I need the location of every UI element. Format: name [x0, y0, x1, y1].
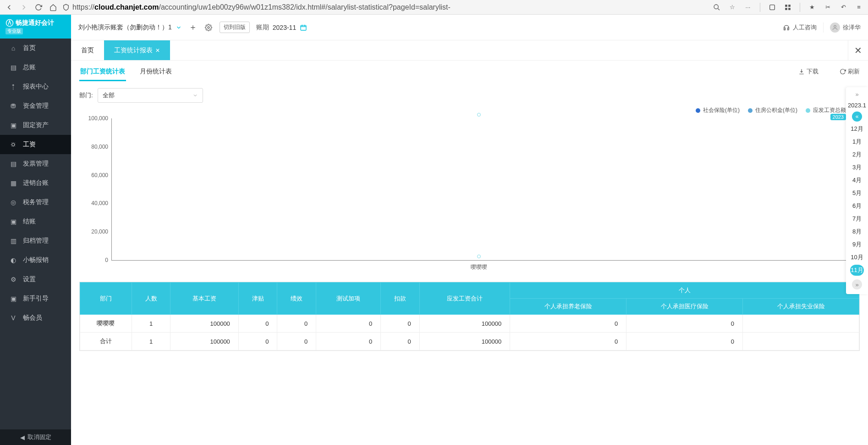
- sidebar-label: 归档管理: [23, 237, 49, 245]
- legend-item[interactable]: 应发工资总额: [806, 106, 846, 114]
- year-badge: 2023: [830, 114, 846, 120]
- ytick: 80,000: [91, 144, 108, 150]
- add-account-button[interactable]: [188, 23, 198, 32]
- ext2-icon[interactable]: [782, 2, 793, 13]
- download-label: 下载: [807, 67, 819, 76]
- legend-dot: [748, 108, 753, 113]
- legend-dot: [696, 108, 700, 113]
- unpin-label: 取消固定: [27, 433, 51, 441]
- cell: 0: [238, 333, 277, 350]
- sidebar-item-guide[interactable]: ▣新手引导: [0, 289, 71, 308]
- forward-button[interactable]: [18, 2, 29, 13]
- month-btn[interactable]: 11月: [850, 265, 864, 276]
- month-btn[interactable]: 6月: [850, 200, 864, 211]
- table-row[interactable]: 嘤嘤嘤 1 100000 0 0 0 0 100000 0 0: [80, 315, 859, 333]
- sidebar-item-member[interactable]: V畅会员: [0, 308, 71, 328]
- month-btn[interactable]: 2月: [850, 149, 864, 160]
- sidebar-unpin[interactable]: ◀取消固定: [0, 429, 71, 445]
- divider: [823, 22, 824, 33]
- download-icon: [798, 68, 805, 75]
- legend-dot: [806, 108, 810, 113]
- month-btn[interactable]: 3月: [850, 162, 864, 173]
- account-selector[interactable]: 刘小艳演示账套（勿删勿动！）1: [78, 23, 182, 32]
- address-bar[interactable]: https://cloud.chanjet.com/accounting/uw1…: [62, 3, 708, 11]
- dept-select[interactable]: 全部: [98, 88, 203, 103]
- ext1-icon[interactable]: [767, 2, 778, 13]
- month-btn[interactable]: 8月: [850, 226, 864, 237]
- account-settings-button[interactable]: [204, 23, 213, 32]
- sidebar-item-tax[interactable]: ◎税务管理: [0, 193, 71, 212]
- refresh-button[interactable]: 刷新: [840, 67, 860, 76]
- rail-up[interactable]: «: [852, 111, 862, 122]
- xtick: 嘤嘤嘤: [471, 263, 487, 271]
- menu-icon[interactable]: ≡: [853, 2, 864, 13]
- tab-salary-report[interactable]: 工资统计报表✕: [104, 40, 170, 60]
- reload-button[interactable]: [33, 2, 44, 13]
- tab-home[interactable]: 首页: [71, 40, 104, 60]
- cell: 0: [626, 333, 743, 350]
- rail-down[interactable]: »: [852, 279, 862, 289]
- cell: 0: [381, 315, 420, 333]
- sidebar-label: 固定资产: [23, 121, 49, 129]
- cell: 合计: [80, 333, 132, 350]
- table-row-total[interactable]: 合计 1 100000 0 0 0 0 100000 0 0: [80, 333, 859, 350]
- sidebar-item-archive[interactable]: ▥归档管理: [0, 231, 71, 250]
- sidebar-item-salary[interactable]: ⛭工资: [0, 135, 71, 154]
- th-group-personal: 个人: [510, 283, 859, 299]
- inventory-icon: ▦: [9, 179, 17, 187]
- subtab-month[interactable]: 月份统计表: [139, 62, 173, 81]
- period-label: 账期: [256, 23, 269, 32]
- month-btn[interactable]: 10月: [850, 252, 864, 263]
- more-icon[interactable]: ···: [742, 2, 753, 13]
- sidebar-item-reports[interactable]: ⭫报表中心: [0, 77, 71, 96]
- period-value: 2023-11: [273, 24, 296, 31]
- period-selector[interactable]: 账期 2023-11: [256, 23, 307, 32]
- zoom-icon[interactable]: [711, 2, 722, 13]
- close-icon[interactable]: ✕: [155, 47, 160, 54]
- switch-old-button[interactable]: 切到旧版: [220, 22, 250, 33]
- close-all-tabs[interactable]: ✕: [848, 40, 868, 61]
- month-btn[interactable]: 12月: [850, 123, 864, 134]
- ledger-icon: ▤: [9, 63, 17, 72]
- sidebar-item-ledger[interactable]: ▤总账: [0, 58, 71, 77]
- sidebar-item-invoice[interactable]: ▤发票管理: [0, 154, 71, 173]
- back-button[interactable]: [4, 2, 15, 13]
- sidebar-item-close[interactable]: ▣结账: [0, 212, 71, 231]
- month-btn[interactable]: 7月: [850, 213, 864, 224]
- rail-year[interactable]: 2023.1: [848, 102, 866, 109]
- sidebar-item-assets[interactable]: ▣固定资产: [0, 116, 71, 135]
- sidebar-label: 报表中心: [23, 83, 49, 91]
- cut-icon[interactable]: ✂: [822, 2, 833, 13]
- month-btn[interactable]: 5月: [850, 188, 864, 199]
- download-button[interactable]: 下载: [798, 67, 819, 76]
- legend-item[interactable]: 社会保险(单位): [696, 106, 740, 114]
- tax-icon: ◎: [9, 198, 17, 206]
- invoice-icon: ▤: [9, 160, 17, 168]
- cell: 0: [277, 315, 316, 333]
- sidebar-label: 首页: [23, 44, 36, 52]
- sidebar-item-inventory[interactable]: ▦进销台账: [0, 173, 71, 193]
- svg-point-7: [208, 27, 209, 28]
- sidebar-item-expense[interactable]: ◐小畅报销: [0, 250, 71, 270]
- cell: 0: [316, 333, 381, 350]
- month-btn[interactable]: 9月: [850, 239, 864, 250]
- sidebar-item-settings[interactable]: ⚙设置: [0, 270, 71, 289]
- month-btn[interactable]: 4月: [850, 175, 864, 186]
- ytick: 40,000: [91, 200, 108, 206]
- legend-item[interactable]: 住房公积金(单位): [748, 106, 797, 114]
- support-button[interactable]: 人工咨询: [783, 23, 817, 32]
- sidebar-item-funds[interactable]: ⛃资金管理: [0, 96, 71, 116]
- chart-point-zero: [477, 255, 481, 258]
- user-menu[interactable]: 徐泽华: [830, 22, 861, 33]
- rail-collapse[interactable]: »: [853, 90, 861, 98]
- star-icon[interactable]: ☆: [727, 2, 738, 13]
- sidebar-item-home[interactable]: ⌂首页: [0, 39, 71, 58]
- home-button[interactable]: [48, 2, 59, 13]
- cell: 100000: [170, 333, 238, 350]
- undo-icon[interactable]: ↶: [838, 2, 849, 13]
- fav-icon[interactable]: ★: [807, 2, 818, 13]
- month-btn[interactable]: 1月: [850, 136, 864, 147]
- subtab-dept[interactable]: 部门工资统计表: [79, 62, 126, 81]
- salary-icon: ⛭: [9, 140, 17, 149]
- tab-label: 工资统计报表: [114, 46, 153, 55]
